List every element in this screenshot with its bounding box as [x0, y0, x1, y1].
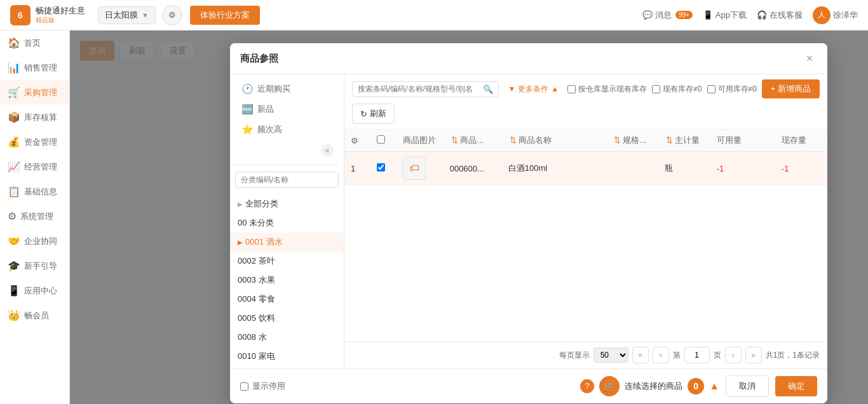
row-code: 000600...	[444, 152, 502, 185]
col-name[interactable]: ⇅ 商品名称	[502, 130, 606, 152]
sidebar-item-collab[interactable]: 🤝 企业协同	[0, 229, 69, 253]
product-search-bar[interactable]: 🔍	[352, 81, 499, 97]
col-image: 商品图片	[397, 130, 444, 152]
sales-icon: 📊	[8, 62, 20, 74]
cat-alcohol-arrow: ▶	[238, 239, 243, 246]
sidebar-item-inventory[interactable]: 📦 库存核算	[0, 105, 69, 130]
store-selector[interactable]: 日太阳膜 ▼	[98, 6, 156, 24]
product-ref-modal: 商品参照 × 🕐 近期购买 🆕 新品	[230, 43, 827, 403]
product-search-input[interactable]	[358, 84, 479, 93]
modal-left-panel: 🕐 近期购买 🆕 新品 ⭐ 频次高 «	[230, 74, 344, 368]
category-tree: ▶ 全部分类 00 未分类 ▶ 0001 酒水 0002 茶叶	[230, 192, 344, 368]
quick-tab-new[interactable]: 🆕 新品	[235, 100, 339, 119]
per-page-select[interactable]: 50 10 20 100	[593, 347, 628, 363]
table-row[interactable]: 1 🏷 000600... 白酒100ml 瓶 -1	[344, 152, 827, 185]
modal-header: 商品参照 ×	[230, 43, 827, 74]
cat-water[interactable]: 0008 水	[230, 328, 344, 347]
cat-all[interactable]: ▶ 全部分类	[230, 194, 344, 213]
cart-area: ? 🛒 连续选择的商品 0 ▲	[580, 376, 719, 396]
row-stock: -1	[775, 152, 827, 185]
avatar: 人	[813, 6, 831, 24]
inventory-icon: 📦	[8, 111, 20, 123]
prev-page-button[interactable]: ‹	[653, 347, 669, 363]
pagination-bar: 每页显示 50 10 20 100 « ‹ 第 页 › »	[344, 341, 827, 368]
online-service[interactable]: 🎧 在线客服	[757, 10, 803, 21]
cart-collapse-icon[interactable]: ▲	[709, 380, 719, 392]
checkbox-by-warehouse[interactable]: 按仓库显示现有库存	[567, 84, 647, 95]
cancel-button[interactable]: 取消	[726, 375, 769, 397]
store-selector-arrow: ▼	[142, 11, 149, 19]
row-seq: 1	[344, 152, 370, 185]
modal-toolbar: 🔍 ▼ 更多条件 ▲ 按仓库显示现有库存	[344, 74, 827, 130]
category-search-box[interactable]: 🔍	[235, 172, 339, 188]
cart-icon[interactable]: 🛒	[599, 376, 620, 396]
sidebar-item-system[interactable]: ⚙ 系统管理	[0, 204, 69, 229]
add-product-button[interactable]: + 新增商品	[762, 79, 820, 98]
sidebar-item-guide[interactable]: 🎓 新手引导	[0, 253, 69, 278]
page-input[interactable]	[684, 347, 710, 363]
col-code[interactable]: ⇅ 商品...	[444, 130, 502, 152]
operations-icon: 📈	[8, 161, 20, 173]
sidebar: 🏠 首页 📊 销售管理 🛒 采购管理 📦 库存核算 💰 资金管理 📈 经营管理 …	[0, 30, 70, 404]
sidebar-item-operations[interactable]: 📈 经营管理	[0, 154, 69, 179]
select-all-checkbox[interactable]	[377, 135, 385, 144]
quick-tab-recent[interactable]: 🕐 近期购买	[235, 79, 339, 98]
checkbox-nonzero-available[interactable]: 可用库存≠0	[707, 84, 757, 95]
col-settings[interactable]: ⚙	[344, 130, 370, 152]
quick-tab-frequent[interactable]: ⭐ 频次高	[235, 120, 339, 139]
exp-button[interactable]: 体验行业方案	[190, 6, 260, 25]
cat-fruit[interactable]: 0003 水果	[230, 271, 344, 290]
checkbox-nonzero-stock-input[interactable]	[652, 85, 660, 93]
sidebar-item-member[interactable]: 👑 畅会员	[0, 303, 69, 328]
modal-close-button[interactable]: ×	[802, 51, 817, 66]
cat-uncategorized[interactable]: 00 未分类	[230, 213, 344, 232]
logo-area: 6 畅捷通好生意 精品版	[10, 5, 85, 25]
col-unit[interactable]: ⇅ 主计量	[658, 130, 710, 152]
cat-snack[interactable]: 0004 零食	[230, 290, 344, 309]
collapse-left-button[interactable]: «	[321, 144, 334, 157]
row-checkbox-cell[interactable]	[370, 152, 397, 185]
msg-item[interactable]: 💬 消息 99+	[642, 10, 693, 21]
checkbox-nonzero-available-input[interactable]	[707, 85, 715, 93]
sidebar-item-finance[interactable]: 💰 资金管理	[0, 130, 69, 154]
more-filter-button[interactable]: ▼ 更多条件 ▲	[504, 81, 562, 97]
category-search-input[interactable]	[236, 172, 339, 187]
first-page-button[interactable]: «	[632, 347, 649, 363]
refresh-button[interactable]: ↻ 刷新	[352, 104, 395, 124]
user-area[interactable]: 人 徐泽华	[813, 6, 858, 24]
sidebar-item-basic[interactable]: 📋 基础信息	[0, 179, 69, 204]
last-page-button[interactable]: »	[745, 347, 762, 363]
recent-icon: 🕐	[241, 83, 254, 95]
product-search-icon[interactable]: 🔍	[483, 84, 493, 94]
app-download[interactable]: 📱 App下载	[703, 10, 747, 21]
col-available: 可用量	[710, 130, 775, 152]
sort-icon: ⇅	[451, 135, 458, 145]
sidebar-item-home[interactable]: 🏠 首页	[0, 30, 69, 55]
table-header: ⚙ 商品图片 ⇅ 商品... ⇅ 商品名称	[344, 130, 827, 152]
product-thumb: 🏷	[403, 157, 426, 180]
sidebar-item-purchase[interactable]: 🛒 采购管理	[0, 80, 69, 105]
show-disabled-label[interactable]: 显示停用	[240, 380, 285, 392]
confirm-button[interactable]: 确定	[775, 376, 817, 396]
msg-badge: 99+	[675, 11, 693, 19]
cat-alcohol[interactable]: ▶ 0001 酒水	[230, 232, 344, 252]
help-icon[interactable]: ?	[580, 379, 594, 393]
collab-icon: 🤝	[8, 235, 20, 247]
cat-beverage[interactable]: 0005 饮料	[230, 309, 344, 328]
next-page-button[interactable]: ›	[725, 347, 742, 363]
row-checkbox[interactable]	[377, 163, 385, 172]
cart-label: 连续选择的商品	[625, 380, 682, 392]
settings-icon[interactable]: ⚙	[162, 5, 182, 25]
checkbox-nonzero-stock[interactable]: 现有库存≠0	[652, 84, 702, 95]
col-spec[interactable]: ⇅ 规格...	[606, 130, 658, 152]
checkbox-by-warehouse-input[interactable]	[567, 85, 576, 93]
cat-tea[interactable]: 0002 茶叶	[230, 252, 344, 271]
apps-icon: 📱	[8, 285, 20, 297]
sidebar-item-apps[interactable]: 📱 应用中心	[0, 278, 69, 303]
total-info: 共1页，1条记录	[766, 350, 820, 361]
sidebar-item-sales[interactable]: 📊 销售管理	[0, 55, 69, 80]
basic-icon: 📋	[8, 185, 20, 198]
show-disabled-checkbox[interactable]	[240, 382, 248, 391]
col-checkbox[interactable]	[370, 130, 397, 152]
cat-appliance[interactable]: 0010 家电	[230, 347, 344, 366]
